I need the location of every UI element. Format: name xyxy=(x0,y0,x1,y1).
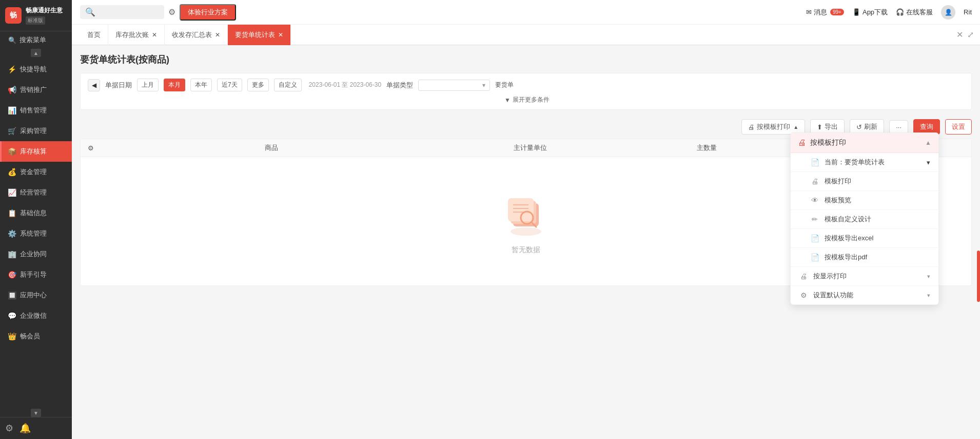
tag-label: 要货单 xyxy=(495,81,514,89)
sidebar-item-system[interactable]: ⚙️ 系统管理 xyxy=(0,223,72,244)
sales-icon: 📊 xyxy=(7,105,17,116)
topbar-search-box[interactable]: 🔍 xyxy=(80,5,164,19)
date-btn-last-month[interactable]: 上月 xyxy=(137,79,159,91)
sidebar-search-menu[interactable]: 🔍 搜索菜单 xyxy=(0,31,72,49)
tab-receipt-summary-close[interactable]: ✕ xyxy=(215,31,220,39)
topbar-gear-icon[interactable]: ⚙ xyxy=(168,7,175,17)
sidebar-item-finance[interactable]: 💰 资金管理 xyxy=(0,162,72,182)
dropdown-template-preview[interactable]: 👁 模板预览 xyxy=(791,191,938,210)
date-btn-custom[interactable]: 自定义 xyxy=(274,79,302,91)
default-function-icon: ⚙ xyxy=(799,291,808,299)
app-download-icon: 📱 xyxy=(852,8,860,16)
dropdown-template-print[interactable]: 🖨 模板打印 xyxy=(791,172,938,191)
col-unit: 主计量单位 xyxy=(442,143,618,152)
dropdown-current-template[interactable]: 📄 当前：要货单统计表 ▾ xyxy=(791,153,938,172)
tab-home[interactable]: 首页 xyxy=(80,25,108,45)
finance-icon: 💰 xyxy=(7,167,17,177)
settings-btn[interactable]: 设置 xyxy=(945,119,972,135)
inventory-icon: 📦 xyxy=(7,146,17,157)
tab-close-window-icon[interactable]: ✕ xyxy=(956,30,963,40)
bill-type-dropdown-icon: ▾ xyxy=(482,82,485,89)
topbar-right: ✉ 消息 99+ 📱 App下载 🎧 在线客服 👤 Rit xyxy=(806,5,972,20)
content-area: 要货单统计表(按商品) ◀ 单据日期 上月 本月 本年 近7天 更多 自定义 2… xyxy=(72,45,980,439)
sound-footer-icon[interactable]: 🔔 xyxy=(19,423,31,434)
date-btn-this-month[interactable]: 本月 xyxy=(164,79,185,91)
svg-point-0 xyxy=(511,227,541,236)
display-print-icon: 🖨 xyxy=(799,272,808,280)
app-download-btn[interactable]: 📱 App下载 xyxy=(852,8,888,17)
sidebar-scroll-up[interactable]: ▲ xyxy=(31,49,41,57)
settings-footer-icon[interactable]: ⚙ xyxy=(5,423,13,434)
col-product: 商品 xyxy=(101,143,442,152)
sidebar-scroll-down[interactable]: ▼ xyxy=(31,409,41,417)
tab-order-summary[interactable]: 要货单统计表 ✕ xyxy=(228,25,291,45)
date-btn-more[interactable]: 更多 xyxy=(247,79,269,91)
template-print-icon: 🖨 xyxy=(810,177,819,185)
filter-expand-more[interactable]: ▼ 展开更多条件 xyxy=(88,96,964,104)
online-service-btn[interactable]: 🎧 在线客服 xyxy=(896,8,933,17)
tab-receipt-summary[interactable]: 收发存汇总表 ✕ xyxy=(165,25,228,45)
sidebar-logo: 畅 畅康通好生意 标准版 xyxy=(0,0,72,31)
system-icon: ⚙️ xyxy=(7,228,17,239)
date-btn-7days[interactable]: 近7天 xyxy=(217,79,242,91)
dropdown-collapse-icon[interactable]: ▲ xyxy=(925,139,931,146)
quick-nav-icon: ⚡ xyxy=(7,64,17,74)
topbar-search-icon: 🔍 xyxy=(85,7,95,17)
sidebar-item-quick-nav[interactable]: ⚡ 快捷导航 xyxy=(0,59,72,80)
sidebar-item-member[interactable]: 👑 畅会员 xyxy=(0,326,72,347)
enterprise-icon: 🏢 xyxy=(7,249,17,259)
sidebar-item-marketing[interactable]: 📢 营销推广 xyxy=(0,80,72,100)
dropdown-header-print-icon: 🖨 xyxy=(798,138,806,147)
dropdown-export-excel[interactable]: 📄 按模板导出excel xyxy=(791,229,938,248)
export-pdf-icon: 📄 xyxy=(810,253,819,261)
right-scrollbar[interactable] xyxy=(977,251,980,302)
sidebar-item-purchase[interactable]: 🛒 采购管理 xyxy=(0,121,72,141)
dropdown-export-pdf[interactable]: 📄 按模板导出pdf xyxy=(791,248,938,267)
export-icon: ⬆ xyxy=(817,123,822,131)
tab-order-summary-close[interactable]: ✕ xyxy=(278,31,283,39)
more-actions-btn[interactable]: ··· xyxy=(889,120,908,134)
date-range-text: 2023-06-01 至 2023-06-30 xyxy=(309,81,381,89)
template-preview-icon: 👁 xyxy=(810,196,819,204)
filter-expand-toggle[interactable]: ◀ xyxy=(88,79,100,91)
marketing-icon: 📢 xyxy=(7,85,17,95)
topbar-search-input[interactable] xyxy=(97,8,159,16)
col-settings[interactable]: ⚙ xyxy=(81,144,101,152)
tab-maximize-icon[interactable]: ⤢ xyxy=(967,30,974,40)
dropdown-template-custom[interactable]: ✏ 模板自定义设计 xyxy=(791,210,938,229)
empty-text: 暂无数据 xyxy=(512,245,540,255)
filter-row: ◀ 单据日期 上月 本月 本年 近7天 更多 自定义 2023-06-01 至 … xyxy=(88,79,964,91)
dropdown-header-title: 按模板打印 xyxy=(810,138,925,147)
tab-batch-accounts[interactable]: 库存批次账 ✕ xyxy=(108,25,165,45)
sidebar-item-operations[interactable]: 📈 经营管理 xyxy=(0,182,72,203)
sidebar-item-wechat[interactable]: 💬 企业微信 xyxy=(0,306,72,326)
tab-batch-accounts-close[interactable]: ✕ xyxy=(152,31,157,39)
trial-button[interactable]: 体验行业方案 xyxy=(180,4,236,21)
sidebar-item-inventory[interactable]: 📦 库存核算 xyxy=(0,141,72,162)
sidebar: 畅 畅康通好生意 标准版 🔍 搜索菜单 ▲ ⚡ 快捷导航 📢 营销推广 📊 销售… xyxy=(0,0,72,439)
dropdown-header: 🖨 按模板打印 ▲ xyxy=(791,133,938,153)
refresh-icon: ↺ xyxy=(856,123,862,131)
message-icon: ✉ xyxy=(806,8,812,16)
user-avatar: 👤 xyxy=(941,5,955,20)
search-icon: 🔍 xyxy=(8,36,16,44)
sidebar-item-newbie[interactable]: 🎯 新手引导 xyxy=(0,264,72,285)
sidebar-item-app-center[interactable]: 🔲 应用中心 xyxy=(0,285,72,306)
print-dropdown-overlay: 🖨 按模板打印 ▲ 📄 当前：要货单统计表 ▾ 🖨 模板打印 👁 模板预览 xyxy=(790,132,939,305)
sidebar-item-enterprise[interactable]: 🏢 企业协同 xyxy=(0,244,72,264)
main-area: 🔍 ⚙ 体验行业方案 ✉ 消息 99+ 📱 App下载 🎧 在线客服 👤 Rit xyxy=(72,0,980,439)
sidebar-logo-icon: 畅 xyxy=(5,7,22,24)
date-btn-this-year[interactable]: 本年 xyxy=(190,79,212,91)
message-btn[interactable]: ✉ 消息 99+ xyxy=(806,8,844,17)
sidebar-item-basic[interactable]: 📋 基础信息 xyxy=(0,203,72,223)
bill-type-select[interactable]: ▾ xyxy=(418,80,490,91)
user-name: Rit xyxy=(964,8,972,16)
sidebar-footer: ⚙ 🔔 xyxy=(0,417,72,439)
dropdown-display-print[interactable]: 🖨 按显示打印 ▾ xyxy=(791,267,938,286)
filter-bar: ◀ 单据日期 上月 本月 本年 近7天 更多 自定义 2023-06-01 至 … xyxy=(80,73,972,110)
sidebar-item-sales[interactable]: 📊 销售管理 xyxy=(0,100,72,121)
filter-expand-more-icon: ▼ xyxy=(504,97,511,104)
app-center-icon: 🔲 xyxy=(7,290,17,300)
dropdown-default-function[interactable]: ⚙ 设置默认功能 ▾ xyxy=(791,286,938,304)
print-dropdown-arrow: ▲ xyxy=(793,124,798,130)
